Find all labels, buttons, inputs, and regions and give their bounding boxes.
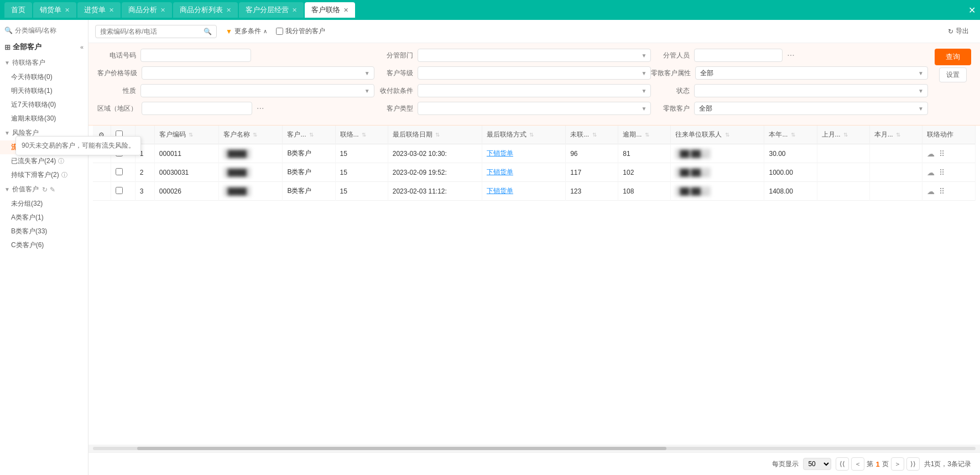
row-select-checkbox[interactable]	[116, 187, 123, 194]
th-not-contacted[interactable]: 未联... ⇅	[566, 126, 618, 144]
sidebar-item-churned[interactable]: 已流失客户(24) ⓘ	[0, 154, 88, 168]
th-last-method[interactable]: 最后联络方式 ⇅	[482, 126, 565, 144]
tab-analysis[interactable]: 商品分析 ✕	[122, 2, 172, 18]
person-more-btn[interactable]: ···	[783, 50, 799, 60]
tab-sales-close[interactable]: ✕	[65, 7, 70, 14]
th-this-year[interactable]: 本年... ⇅	[764, 126, 817, 144]
window-close-button[interactable]: ✕	[968, 5, 976, 15]
nature-select[interactable]	[140, 84, 374, 97]
price-level-select[interactable]	[142, 66, 374, 80]
th-code[interactable]: 客户编码 ⇅	[154, 126, 218, 144]
customer-type-select[interactable]	[418, 102, 651, 115]
sidebar-item-today[interactable]: 今天待联络(0)	[0, 70, 88, 84]
sidebar-group-pending[interactable]: ▼ 待联络客户	[0, 55, 88, 70]
export-button[interactable]: ↻ 导出	[943, 24, 973, 38]
sidebar-item-declining[interactable]: 持续下滑客户(2) ⓘ	[0, 168, 88, 182]
person-input[interactable]	[694, 49, 783, 62]
sidebar-item-7days[interactable]: 近7天待联络(0)	[0, 98, 88, 112]
row-action: ☁ ⠿	[922, 182, 975, 201]
sidebar-item-class-a[interactable]: A类客户(1)	[0, 211, 88, 225]
prev-page-button[interactable]: ＜	[851, 457, 864, 471]
sort-icon-last-method: ⇅	[529, 132, 534, 138]
row-select-checkbox[interactable]	[116, 168, 123, 175]
arrow-down-icon-2: ▼	[4, 130, 10, 136]
per-page-select[interactable]: 50 100	[803, 458, 831, 470]
tab-home[interactable]: 首页	[4, 2, 32, 18]
my-customers-checkbox[interactable]	[276, 28, 283, 35]
sidebar-item-ungrouped-label: 未分组(32)	[11, 199, 43, 208]
more-filter-button[interactable]: ▼ 更多条件 ∧	[221, 24, 272, 38]
th-unit-contact[interactable]: 往来单位联系人 ⇅	[671, 126, 764, 144]
tab-sales[interactable]: 销货单 ✕	[33, 2, 76, 18]
customer-level-select[interactable]	[418, 66, 651, 80]
first-page-button[interactable]: ⟨⟨	[836, 457, 849, 471]
tab-customer-tier-close[interactable]: ✕	[292, 7, 297, 14]
customer-table: ⚙ 客户编码 ⇅ 客户名称 ⇅ 客户... ⇅ 联络... ⇅ 最后联络日期 ⇅…	[93, 126, 976, 201]
table-body: 1 000011 ████ B类客户 15 2023-03-02 10:30: …	[93, 144, 976, 201]
sidebar-item-class-c[interactable]: C类客户(6)	[0, 238, 88, 252]
action-contact-icon[interactable]: ☁	[927, 168, 935, 177]
tab-purchase-close[interactable]: ✕	[109, 7, 114, 14]
th-name[interactable]: 客户名称 ⇅	[218, 126, 283, 144]
action-more-icon[interactable]: ⠿	[939, 187, 945, 196]
sidebar-all-customers[interactable]: ⊞ 全部客户 «	[0, 39, 88, 55]
tab-analysis-list-close[interactable]: ✕	[226, 7, 231, 14]
th-contact[interactable]: 联络... ⇅	[335, 126, 388, 144]
dept-select[interactable]	[418, 49, 651, 62]
scrollbar-track[interactable]	[93, 447, 976, 450]
region-input[interactable]	[142, 102, 252, 115]
region-more-btn[interactable]: ···	[252, 103, 268, 113]
th-type[interactable]: 客户... ⇅	[283, 126, 335, 144]
settings-button[interactable]: 设置	[939, 67, 967, 82]
tab-customer-contact[interactable]: 客户联络 ✕	[305, 2, 355, 18]
search-input[interactable]	[100, 28, 201, 35]
sidebar-item-overdue-label: 逾期未联络(30)	[11, 114, 56, 123]
th-last-month[interactable]: 上月... ⇅	[817, 126, 869, 144]
tab-analysis-close[interactable]: ✕	[160, 7, 165, 14]
sidebar-item-tomorrow[interactable]: 明天待联络(1)	[0, 84, 88, 98]
tab-customer-tier[interactable]: 客户分层经营 ✕	[239, 2, 304, 18]
horizontal-scrollbar[interactable]	[88, 445, 980, 452]
row-last-method-link[interactable]: 下销货单	[487, 149, 513, 157]
edit-icon[interactable]: ✎	[50, 186, 55, 194]
pagination: 每页显示 50 100 ⟨⟨ ＜ 第 1 页 ＞ ⟩⟩ 共1页，3条记录	[88, 452, 980, 475]
sidebar-item-class-b[interactable]: B类客户(33)	[0, 225, 88, 238]
last-page-button[interactable]: ⟩⟩	[906, 457, 920, 471]
row-overdue: 81	[618, 144, 671, 163]
refresh-icon[interactable]: ↻	[42, 186, 48, 194]
scrollbar-thumb[interactable]	[137, 447, 667, 450]
row-overdue: 102	[618, 163, 671, 182]
tab-purchase[interactable]: 进货单 ✕	[77, 2, 121, 18]
action-contact-icon[interactable]: ☁	[927, 187, 935, 196]
my-customers-check[interactable]: 我分管的客户	[276, 27, 325, 36]
th-overdue[interactable]: 逾期... ⇅	[618, 126, 671, 144]
zero-customer-select[interactable]: 全部	[694, 102, 928, 115]
tab-analysis-list[interactable]: 商品分析列表 ✕	[173, 2, 238, 18]
sidebar-search-input[interactable]	[15, 27, 88, 34]
tab-customer-contact-close[interactable]: ✕	[343, 7, 348, 14]
sidebar-item-ungrouped[interactable]: 未分组(32)	[0, 197, 88, 211]
search-icon[interactable]: 🔍	[204, 28, 212, 35]
action-more-icon[interactable]: ⠿	[939, 168, 945, 177]
zero-attr-select[interactable]: 全部	[695, 66, 928, 80]
sidebar: 🔍 ⊞ 全部客户 « ▼ 待联络客户 今天待联络(0) 明天待联络(1) 近7天…	[0, 20, 88, 475]
phone-input[interactable]	[140, 49, 251, 62]
th-this-month[interactable]: 本月... ⇅	[869, 126, 922, 144]
row-last-method-link[interactable]: 下销货单	[487, 187, 513, 195]
sidebar-item-overdue[interactable]: 逾期未联络(30)	[0, 112, 88, 126]
sidebar-group-value[interactable]: ▼ 价值客户 ↻ ✎	[0, 182, 88, 197]
action-more-icon[interactable]: ⠿	[939, 149, 945, 158]
next-page-button[interactable]: ＞	[891, 457, 904, 471]
row-last-method-link[interactable]: 下销货单	[487, 168, 513, 176]
row-last-method: 下销货单	[482, 163, 565, 182]
sidebar-item-class-b-label: B类客户(33)	[11, 227, 47, 236]
th-last-date[interactable]: 最后联络日期 ⇅	[388, 126, 482, 144]
row-contact: 15	[335, 182, 388, 201]
zero-customer-label: 零散客户	[651, 104, 690, 113]
filter-cell-nature: 性质 ▼	[97, 84, 374, 97]
status-select[interactable]	[694, 84, 928, 97]
payment-select[interactable]	[418, 84, 651, 97]
row-last-date: 2023-02-03 11:12:	[388, 182, 482, 201]
action-contact-icon[interactable]: ☁	[927, 149, 935, 158]
query-button[interactable]: 查询	[935, 49, 971, 65]
